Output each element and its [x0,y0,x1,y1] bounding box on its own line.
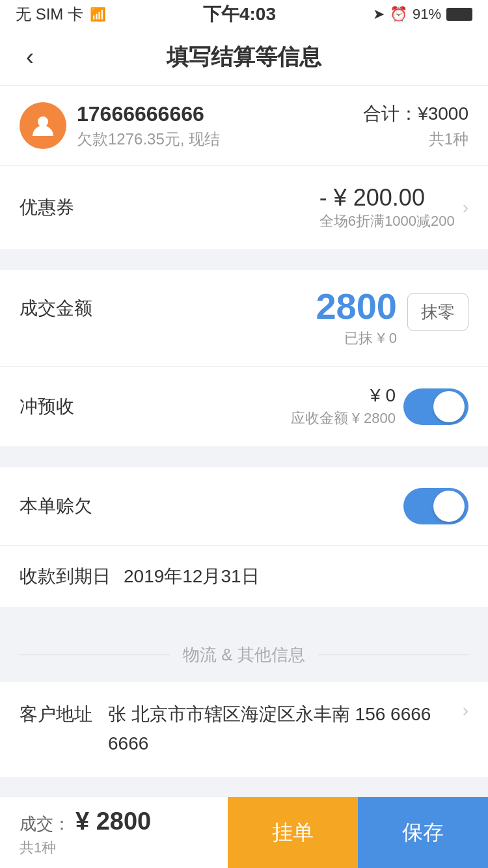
divider-line-right [318,655,468,655]
round-button[interactable]: 抹零 [407,293,468,331]
prereceive-sub: 应收金额 ¥ 2800 [291,409,396,428]
wifi-icon: 📶 [90,7,106,22]
section-divider-2 [0,457,488,467]
footer-amount: ¥ 2800 [75,807,151,835]
carrier-text: 无 SIM 卡 [16,4,83,25]
section-divider-1 [0,260,488,270]
chevron-right-icon: › [463,197,468,218]
customer-info: 17666666666 欠款1276.35元, 现结 [77,102,220,150]
prereceive-values: ¥ 0 应收金额 ¥ 2800 [291,385,396,428]
debt-label: 本单赊欠 [20,494,92,519]
debt-toggle[interactable] [403,488,468,524]
amount-label: 成交金额 [20,288,92,321]
prereceive-row: 冲预收 ¥ 0 应收金额 ¥ 2800 [0,366,488,446]
duedate-label: 收款到期日 [20,564,111,589]
address-value: 张 北京市市辖区海淀区永丰南 156 6666 6666 [108,700,457,759]
footer-transaction-label: 成交： [20,813,70,835]
coupon-row[interactable]: 优惠券 - ¥ 200.00 全场6折满1000减200 › [0,165,488,249]
customer-card: 17666666666 欠款1276.35元, 现结 合计：¥3000 共1种 … [0,86,488,249]
battery-text: 91% [413,6,441,23]
nav-bar: ‹ 填写结算等信息 [0,29,488,86]
alarm-icon: ⏰ [390,6,407,23]
nav-title: 填写结算等信息 [167,42,321,72]
duedate-value: 2019年12月31日 [124,564,260,589]
location-icon: ➤ [373,6,385,23]
battery-icon [446,8,472,21]
footer-count: 共1种 [20,838,208,858]
divider-line-left [20,655,170,655]
status-time: 下午4:03 [203,2,276,27]
prereceive-amount: ¥ 0 [291,385,396,406]
prereceive-label: 冲预收 [20,394,74,419]
amount-block: 2800 已抹 ¥ 0 [316,288,397,348]
back-button[interactable]: ‹ [20,37,40,77]
footer-main: 成交： ¥ 2800 [20,807,208,835]
save-button[interactable]: 保存 [358,797,488,868]
svg-point-0 [38,116,48,127]
footer-info: 成交： ¥ 2800 共1种 [0,797,228,868]
logistics-divider-text: 物流 & 其他信息 [183,644,305,666]
status-bar: 无 SIM 卡 📶 下午4:03 ➤ ⏰ 91% [0,0,488,29]
address-label: 客户地址 [20,700,92,729]
debt-row: 本单赊欠 [0,467,488,545]
content: 17666666666 欠款1276.35元, 现结 合计：¥3000 共1种 … [0,86,488,868]
amount-rounded: 已抹 ¥ 0 [316,329,397,348]
address-card: 客户地址 张 北京市市辖区海淀区永丰南 156 6666 6666 › [0,682,488,777]
address-chevron-icon: › [457,700,468,721]
transaction-card: 成交金额 2800 已抹 ¥ 0 抹零 冲预收 ¥ 0 应收金额 ¥ 2800 [0,270,488,446]
amount-row: 成交金额 2800 已抹 ¥ 0 抹零 [0,270,488,366]
prereceive-toggle-knob [433,391,465,422]
prereceive-toggle[interactable] [403,388,468,425]
prereceive-right: ¥ 0 应收金额 ¥ 2800 [291,385,468,428]
amount-value: 2800 [316,288,397,325]
avatar [20,102,66,149]
status-right: ➤ ⏰ 91% [373,6,472,23]
coupon-discount-detail: 全场6折满1000减200 [319,211,455,231]
logistics-divider: 物流 & 其他信息 [0,628,488,682]
address-row[interactable]: 客户地址 张 北京市市辖区海淀区永丰南 156 6666 6666 › [0,682,488,777]
customer-phone: 17666666666 [77,102,220,126]
coupon-value-block: - ¥ 200.00 全场6折满1000减200 [319,184,455,231]
order-total: 合计：¥3000 [363,102,468,126]
customer-debt: 欠款1276.35元, 现结 [77,129,220,150]
coupon-discount-value: - ¥ 200.00 [319,184,455,211]
coupon-right: - ¥ 200.00 全场6折满1000减200 › [319,184,468,231]
duedate-row: 收款到期日 2019年12月31日 [0,545,488,607]
debt-card: 本单赊欠 收款到期日 2019年12月31日 [0,467,488,607]
amount-right: 2800 已抹 ¥ 0 抹零 [316,288,468,348]
pending-button[interactable]: 挂单 [228,797,358,868]
coupon-label: 优惠券 [20,195,74,220]
customer-row: 17666666666 欠款1276.35元, 现结 合计：¥3000 共1种 [0,86,488,165]
status-left: 无 SIM 卡 📶 [16,4,106,25]
customer-left: 17666666666 欠款1276.35元, 现结 [20,102,220,150]
order-count: 共1种 [363,129,468,150]
customer-right: 合计：¥3000 共1种 [363,102,468,150]
footer: 成交： ¥ 2800 共1种 挂单 保存 [0,796,488,868]
debt-toggle-knob [433,491,465,522]
section-divider-3 [0,617,488,628]
